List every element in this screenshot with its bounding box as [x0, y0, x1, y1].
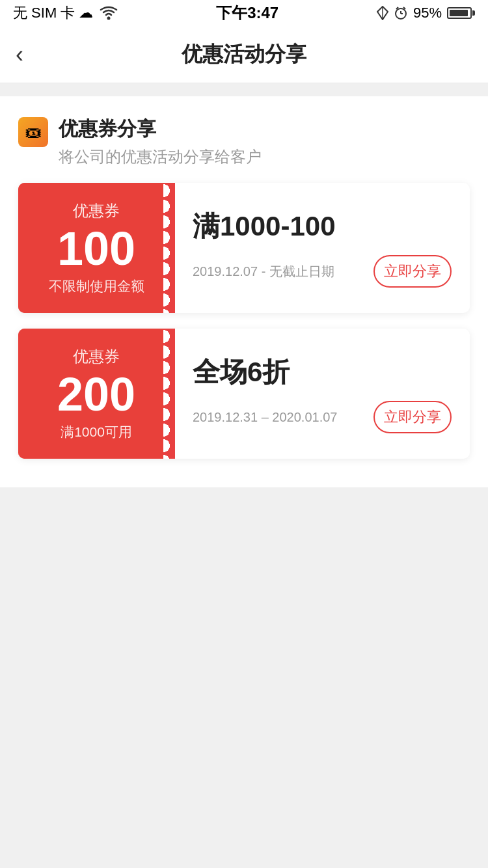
coupon-label-1: 优惠券: [73, 200, 120, 221]
section-subtext: 将公司的优惠活动分享给客户: [59, 146, 262, 167]
page-title: 优惠活动分享: [182, 40, 306, 69]
section-heading: 优惠券分享: [59, 116, 262, 142]
coupon-meta-2: 2019.12.31 – 2020.01.07 立即分享: [193, 401, 452, 433]
status-bar: 无 SIM 卡 ☁ 下午3:47 95%: [0, 0, 488, 26]
coupon-right-2: 全场6折 2019.12.31 – 2020.01.07 立即分享: [174, 329, 470, 459]
coupon-condition-1: 不限制使用金额: [42, 277, 151, 295]
top-divider: [0, 83, 488, 96]
coupon-condition-2: 满1000可用: [54, 423, 139, 441]
sim-text: 无 SIM 卡 ☁: [13, 3, 93, 23]
coupon-date-2: 2019.12.31 – 2020.01.07: [193, 410, 337, 425]
coupon-left-2: 优惠券 200 满1000可用: [18, 329, 174, 459]
wifi-icon: [100, 6, 118, 20]
svg-point-0: [107, 17, 111, 20]
coupon-title-1: 满1000-100: [193, 208, 452, 245]
coupon-card-2: 优惠券 200 满1000可用 全场6折 2019.12.31 – 2020.0…: [18, 329, 470, 459]
battery-icon: [447, 7, 475, 19]
coupon-title-2: 全场6折: [193, 354, 452, 390]
coupon-meta-1: 2019.12.07 - 无截止日期 立即分享: [193, 255, 452, 288]
coupon-card-1: 优惠券 100 不限制使用金额 满1000-100 2019.12.07 - 无…: [18, 183, 470, 313]
status-left: 无 SIM 卡 ☁: [13, 3, 118, 23]
back-button[interactable]: ‹: [16, 43, 23, 66]
coupon-right-1: 满1000-100 2019.12.07 - 无截止日期 立即分享: [174, 183, 470, 313]
status-time: 下午3:47: [216, 3, 278, 23]
status-right: 95%: [377, 5, 475, 21]
coupon-amount-2: 200: [57, 371, 135, 418]
location-icon: [377, 6, 388, 20]
section-header: 🎟 优惠券分享 将公司的优惠活动分享给客户: [0, 96, 488, 183]
coupon-amount-1: 100: [57, 225, 135, 272]
coupon-label-2: 优惠券: [73, 346, 120, 367]
background-area: [0, 487, 488, 813]
coupon-left-1: 优惠券 100 不限制使用金额: [18, 183, 174, 313]
coupon-list: 优惠券 100 不限制使用金额 满1000-100 2019.12.07 - 无…: [0, 183, 488, 487]
section-icon: 🎟: [18, 117, 48, 147]
nav-bar: ‹ 优惠活动分享: [0, 26, 488, 83]
share-button-2[interactable]: 立即分享: [373, 401, 452, 433]
share-button-1[interactable]: 立即分享: [373, 255, 452, 288]
alarm-icon: [394, 6, 408, 20]
section-text: 优惠券分享 将公司的优惠活动分享给客户: [59, 116, 262, 167]
battery-percent: 95%: [413, 5, 442, 21]
coupon-date-1: 2019.12.07 - 无截止日期: [193, 263, 334, 280]
